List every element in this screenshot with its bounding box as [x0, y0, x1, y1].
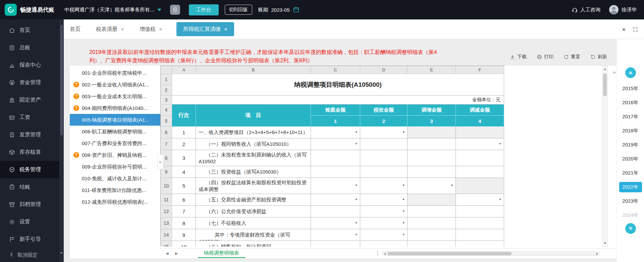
item-cell[interactable]: （三）投资收益（填写A105030） [196, 166, 311, 178]
value-cell[interactable]: * [311, 194, 360, 206]
content-tab[interactable]: 首页 [68, 22, 82, 36]
line-no-cell[interactable]: 4 [172, 166, 196, 178]
value-cell[interactable]: * [311, 127, 360, 138]
sidebar-scroll-down-icon[interactable] [60, 252, 63, 254]
form-list-item[interactable]: 011-研发费用加计扣除优惠... [70, 184, 160, 196]
value-cell[interactable] [408, 217, 456, 229]
row-header-cell[interactable]: 3 [161, 95, 172, 105]
avatar[interactable] [609, 5, 619, 14]
value-cell[interactable] [456, 229, 504, 241]
line-no-cell[interactable]: 9 [172, 229, 196, 241]
column-header-cell[interactable]: C [311, 66, 360, 74]
value-cell[interactable] [408, 166, 456, 178]
vertical-scroll-thumb[interactable] [603, 73, 607, 96]
refresh-button[interactable]: 刷新 [590, 54, 607, 60]
row-header-cell[interactable]: 14 [161, 229, 172, 241]
value-cell[interactable]: * [456, 138, 504, 150]
year-item[interactable]: 2022年 [617, 180, 644, 194]
value-cell[interactable] [456, 150, 504, 166]
item-cell[interactable]: （六）公允价值变动净损益 [196, 206, 311, 217]
row-header-cell[interactable]: 11 [161, 194, 172, 206]
years-scroll-up-button[interactable] [625, 67, 636, 78]
value-cell[interactable] [408, 127, 456, 138]
item-cell[interactable]: （七）不征税收入 [196, 217, 311, 229]
print-button[interactable]: 打印 [537, 54, 553, 60]
column-header-cell[interactable]: F [456, 66, 504, 74]
value-cell[interactable] [311, 150, 360, 166]
value-cell[interactable]: * [311, 229, 360, 241]
value-cell[interactable] [456, 166, 504, 178]
form-list-item[interactable]: 012-减免所得税优惠明细表(... [70, 196, 160, 208]
support-button[interactable]: 人工咨询 [572, 7, 600, 13]
sidebar-item-archive[interactable]: 归档管理 [0, 196, 64, 213]
period-picker[interactable]: 账期 2023-05 [258, 6, 300, 13]
horizontal-scroll-thumb[interactable] [387, 252, 512, 255]
sidebar-item-invoice[interactable]: 发票管理 [0, 126, 64, 143]
user-name[interactable]: 徐泽华 [622, 7, 637, 13]
value-cell[interactable] [360, 241, 408, 247]
row-header-cell[interactable]: 10 [161, 178, 172, 194]
sidebar-item-home[interactable]: 首页 [0, 21, 64, 39]
line-no-cell[interactable]: 3 [172, 150, 196, 166]
fullscreen-icon[interactable] [633, 27, 638, 32]
value-cell[interactable] [408, 229, 456, 241]
vertical-scrollbar[interactable] [602, 66, 608, 247]
form-list-item[interactable]: 001-企业所得税年度纳税申... [70, 67, 160, 79]
sidebar-item-salary[interactable]: 工资 [0, 109, 64, 126]
document-badge-button[interactable] [170, 5, 180, 15]
value-cell[interactable]: * [360, 229, 408, 241]
item-cell[interactable]: 一、收入类调整项目（2+3+4+5+6+7+8+10+11） [196, 127, 311, 138]
year-item[interactable]: 2017年 [617, 110, 644, 124]
help-icon[interactable]: ? [73, 105, 79, 111]
year-item[interactable]: 2024年 [617, 208, 644, 222]
year-item[interactable]: 2018年 [617, 124, 644, 138]
value-cell[interactable]: * [311, 178, 360, 194]
column-header-cell[interactable]: E [408, 66, 456, 74]
value-cell[interactable] [360, 138, 408, 150]
active-sheet-tab[interactable]: 纳税调整明细表 [198, 249, 245, 258]
year-item[interactable]: 2019年 [617, 138, 644, 152]
line-no-cell[interactable]: 8 [172, 217, 196, 229]
line-no-cell[interactable]: 2 [172, 138, 196, 150]
row-header-cell[interactable]: 2 [161, 85, 172, 95]
scroll-up-icon[interactable] [604, 68, 606, 70]
help-icon[interactable]: ? [73, 152, 79, 158]
company-selector[interactable]: 中税网通广泽（天津）税务师事务所有... [64, 7, 161, 13]
item-cell[interactable]: （一）视同销售收入（填写A105010） [196, 138, 311, 150]
sidebar-item-inventory[interactable]: 库存核算 [0, 143, 64, 161]
value-cell[interactable] [456, 178, 504, 194]
unpin-button[interactable]: 取消固定 [0, 248, 59, 262]
row-header-cell[interactable]: 12 [161, 206, 172, 217]
content-tab[interactable]: 增值税× [138, 22, 164, 36]
help-icon[interactable]: ? [73, 82, 79, 87]
form-list-item[interactable]: ?008-资产折旧、摊销及纳税... [70, 149, 160, 161]
value-cell[interactable] [408, 150, 456, 166]
form-list-item[interactable]: 010-免税、减计收入及加计... [70, 173, 160, 184]
tab-close-icon[interactable]: × [224, 26, 227, 32]
sidebar-scrollbar[interactable] [59, 19, 64, 262]
workbench-button[interactable]: 工作台 [189, 4, 219, 15]
item-cell[interactable]: （八）销售折扣、折让和退回 [196, 241, 311, 247]
line-no-cell[interactable]: 6 [172, 194, 196, 206]
line-no-cell[interactable]: 7 [172, 206, 196, 217]
form-list-item[interactable]: 006-职工薪酬纳税调整明细... [70, 126, 160, 137]
year-item[interactable]: 2021年 [617, 166, 644, 180]
item-cell[interactable]: （五）交易性金融资产初始投资调整 [196, 194, 311, 206]
value-cell[interactable] [408, 138, 456, 150]
reset-button[interactable]: 重置 [564, 54, 580, 60]
form-list-item[interactable]: ?003-一般企业成本支出明细... [70, 90, 160, 102]
column-header-cell[interactable]: D [360, 66, 408, 74]
content-tab[interactable]: 税表清册× [95, 22, 125, 36]
row-header-cell[interactable]: 1 [161, 74, 172, 85]
sheet-prev-icon[interactable]: ◀ [166, 251, 168, 256]
sidebar-item-fixed-assets[interactable]: 固定资产 [0, 91, 64, 109]
value-cell[interactable] [360, 166, 408, 178]
sidebar-item-guide[interactable]: 新手引导 [0, 231, 64, 248]
line-no-cell[interactable]: 5 [172, 178, 196, 194]
sidebar-scroll-thumb[interactable] [60, 25, 63, 135]
row-header-cell[interactable]: 5 [161, 116, 172, 127]
value-cell[interactable] [456, 206, 504, 217]
row-header-cell[interactable]: 15 [161, 241, 172, 247]
column-header-cell[interactable]: B [196, 66, 311, 74]
help-icon[interactable]: ? [73, 93, 79, 99]
